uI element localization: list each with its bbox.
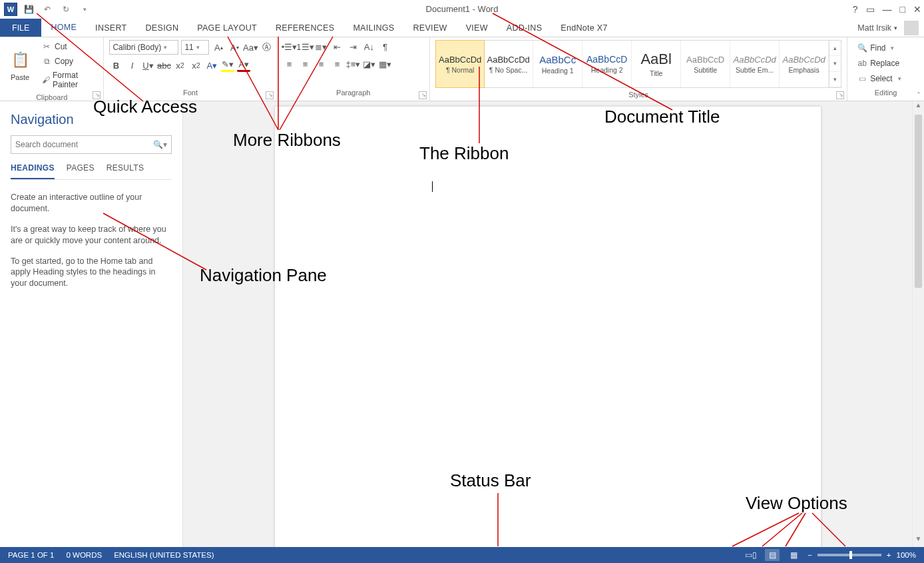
- tab-file[interactable]: FILE: [0, 19, 41, 37]
- tab-view[interactable]: VIEW: [457, 19, 497, 37]
- search-icon[interactable]: 🔍▾: [153, 140, 167, 149]
- select-icon: ▭: [857, 73, 867, 84]
- align-right-button[interactable]: ≡: [314, 57, 328, 71]
- page[interactable]: [275, 107, 821, 547]
- nav-tab-pages[interactable]: PAGES: [67, 163, 95, 179]
- tab-references[interactable]: REFERENCES: [266, 19, 344, 37]
- nav-search[interactable]: 🔍▾: [11, 135, 172, 154]
- zoom-level[interactable]: 100%: [897, 551, 916, 559]
- strike-button[interactable]: abc: [157, 59, 170, 72]
- format-painter-button[interactable]: 🖌Format Painter: [39, 69, 98, 91]
- ribbon-tabs: FILE HOME INSERT DESIGN PAGE LAYOUT REFE…: [0, 19, 924, 37]
- numbering-button[interactable]: 1☰▾: [298, 40, 312, 53]
- clear-formatting-button[interactable]: Ⓐ: [260, 41, 273, 54]
- vertical-scrollbar[interactable]: ▲ ▼: [912, 101, 924, 547]
- style-item-1[interactable]: AaBbCcDd¶ No Spac...: [484, 41, 533, 87]
- search-input[interactable]: [15, 140, 153, 149]
- save-button[interactable]: 💾: [21, 2, 36, 17]
- qat-customize[interactable]: ▾: [77, 2, 92, 17]
- style-item-6[interactable]: AaBbCcDdSubtle Em...: [730, 41, 780, 87]
- superscript-button[interactable]: x2: [189, 59, 202, 72]
- font-color-button[interactable]: A▾: [237, 59, 250, 72]
- ribbon-display-button[interactable]: ▭: [866, 4, 875, 15]
- help-button[interactable]: ?: [853, 4, 858, 15]
- user-avatar-icon[interactable]: [904, 21, 919, 35]
- increase-indent-button[interactable]: ⇥: [346, 40, 359, 53]
- zoom-slider[interactable]: [817, 554, 881, 556]
- tab-endnote[interactable]: EndNote X7: [551, 19, 616, 37]
- nav-tab-headings[interactable]: HEADINGS: [11, 163, 55, 179]
- text-effects-button[interactable]: A▾: [205, 59, 218, 72]
- style-item-2[interactable]: AaBbCcHeading 1: [533, 41, 582, 87]
- find-button[interactable]: 🔍Find▾: [854, 41, 903, 55]
- bullets-button[interactable]: •☰▾: [282, 40, 296, 53]
- change-case-button[interactable]: Aa▾: [244, 41, 257, 54]
- tab-home[interactable]: HOME: [41, 19, 86, 37]
- gallery-down[interactable]: ▾: [829, 56, 841, 71]
- sort-button[interactable]: A↓: [362, 40, 375, 53]
- gallery-up[interactable]: ▴: [829, 41, 841, 56]
- tab-mailings[interactable]: MAILINGS: [344, 19, 403, 37]
- align-left-button[interactable]: ≡: [282, 57, 296, 71]
- shrink-font-button[interactable]: A▾: [228, 41, 241, 54]
- tab-review[interactable]: REVIEW: [404, 19, 457, 37]
- copy-button[interactable]: ⧉Copy: [39, 55, 98, 68]
- show-marks-button[interactable]: ¶: [378, 40, 391, 53]
- decrease-indent-button[interactable]: ⇤: [330, 40, 344, 53]
- style-item-3[interactable]: AaBbCcDHeading 2: [582, 41, 632, 87]
- replace-button[interactable]: abReplace: [854, 57, 903, 70]
- bold-button[interactable]: B: [109, 59, 122, 72]
- style-item-7[interactable]: AaBbCcDdEmphasis: [780, 41, 829, 87]
- justify-button[interactable]: ≡: [330, 57, 344, 71]
- scroll-up-button[interactable]: ▲: [913, 101, 924, 113]
- close-button[interactable]: ✕: [913, 4, 921, 15]
- view-print-layout[interactable]: ▤: [765, 549, 780, 561]
- status-words[interactable]: 0 WORDS: [66, 551, 102, 559]
- view-read-mode[interactable]: ▭▯: [744, 549, 758, 561]
- undo-button[interactable]: ↶: [40, 2, 55, 17]
- styles-dialog-launcher[interactable]: ↘: [836, 91, 844, 99]
- cut-button[interactable]: ✂Cut: [39, 40, 98, 53]
- tab-addins[interactable]: ADD-INS: [497, 19, 552, 37]
- style-item-4[interactable]: AaBlTitle: [632, 41, 681, 87]
- underline-button[interactable]: U▾: [141, 59, 154, 72]
- font-size-combo[interactable]: 11▾: [181, 40, 209, 55]
- zoom-out-button[interactable]: −: [808, 551, 812, 559]
- document-area[interactable]: ▲ ▼: [183, 101, 924, 547]
- view-web-layout[interactable]: ▦: [786, 549, 801, 561]
- shading-button[interactable]: ◪▾: [362, 57, 375, 71]
- paragraph-dialog-launcher[interactable]: ↘: [419, 91, 427, 99]
- borders-button[interactable]: ▦▾: [378, 57, 391, 71]
- highlight-button[interactable]: ✎▾: [221, 59, 234, 72]
- nav-tab-results[interactable]: RESULTS: [107, 163, 144, 179]
- maximize-button[interactable]: □: [900, 4, 905, 15]
- font-name-combo[interactable]: Calibri (Body)▾: [109, 40, 178, 55]
- status-page[interactable]: PAGE 1 OF 1: [8, 551, 54, 559]
- paste-button[interactable]: 📋 Paste: [5, 48, 35, 83]
- collapse-ribbon-button[interactable]: ˆ: [917, 91, 920, 99]
- navigation-pane: Navigation 🔍▾ HEADINGS PAGES RESULTS Cre…: [0, 101, 183, 547]
- tab-design[interactable]: DESIGN: [136, 19, 188, 37]
- group-editing: 🔍Find▾ abReplace ▭Select▾ Editing ˆ: [847, 37, 924, 101]
- scroll-down-button[interactable]: ▼: [913, 535, 924, 547]
- line-spacing-button[interactable]: ‡≡▾: [346, 57, 359, 71]
- multilevel-button[interactable]: ≣▾: [314, 40, 328, 53]
- subscript-button[interactable]: x2: [173, 59, 186, 72]
- style-item-5[interactable]: AaBbCcDSubtitle: [681, 41, 730, 87]
- zoom-in-button[interactable]: +: [887, 551, 891, 559]
- redo-button[interactable]: ↻: [59, 2, 73, 17]
- gallery-more[interactable]: ▾: [829, 72, 841, 87]
- style-item-0[interactable]: AaBbCcDd¶ Normal: [435, 40, 485, 88]
- status-language[interactable]: ENGLISH (UNITED STATES): [114, 551, 214, 559]
- tab-page-layout[interactable]: PAGE LAYOUT: [188, 19, 266, 37]
- italic-button[interactable]: I: [125, 59, 138, 72]
- scroll-thumb[interactable]: [915, 115, 922, 288]
- tab-insert[interactable]: INSERT: [86, 19, 136, 37]
- minimize-button[interactable]: —: [883, 4, 892, 15]
- font-dialog-launcher[interactable]: ↘: [266, 91, 274, 99]
- clipboard-dialog-launcher[interactable]: ↘: [93, 91, 101, 99]
- select-button[interactable]: ▭Select▾: [854, 72, 903, 85]
- align-center-button[interactable]: ≡: [298, 57, 312, 71]
- account-menu[interactable]: Matt Irsik▾: [857, 23, 897, 33]
- grow-font-button[interactable]: A▴: [212, 41, 225, 54]
